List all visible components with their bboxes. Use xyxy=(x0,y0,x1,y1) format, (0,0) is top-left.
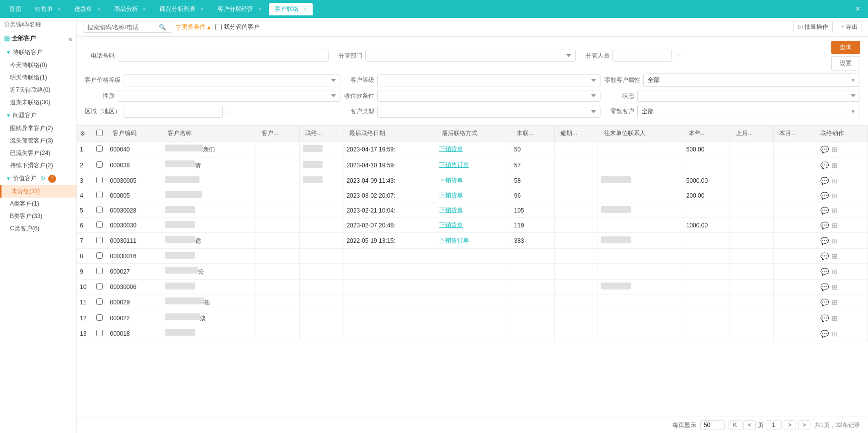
cell-checkbox[interactable] xyxy=(93,310,107,326)
search-icon[interactable]: 🔍 xyxy=(159,24,166,31)
col-this-year[interactable]: :本年... xyxy=(683,126,730,142)
cell-checkbox[interactable] xyxy=(93,173,107,188)
grid-icon[interactable]: ⊞ xyxy=(832,207,838,215)
cell-checkbox[interactable] xyxy=(93,249,107,264)
cell-checkbox[interactable] xyxy=(93,218,107,233)
comment-icon[interactable]: 💬 xyxy=(820,161,829,169)
price-level-select[interactable] xyxy=(124,74,340,86)
comment-icon[interactable]: 💬 xyxy=(820,192,829,200)
nav-customer-layer-close[interactable]: × xyxy=(258,6,261,12)
cell-checkbox[interactable] xyxy=(93,294,107,310)
comment-icon[interactable]: 💬 xyxy=(820,207,829,215)
grid-icon[interactable]: ⊞ xyxy=(832,314,838,322)
sidebar-item-a-class[interactable]: A类客户(1) xyxy=(0,198,76,210)
comment-icon[interactable]: 💬 xyxy=(820,145,829,153)
row-checkbox[interactable] xyxy=(96,145,103,152)
grid-icon[interactable]: ⊞ xyxy=(832,177,838,185)
sidebar-item-c-class[interactable]: C类客户(6) xyxy=(0,222,76,235)
row-checkbox[interactable] xyxy=(96,330,103,336)
comment-icon[interactable]: 💬 xyxy=(820,221,829,229)
grid-icon[interactable]: ⊞ xyxy=(832,161,838,169)
sidebar-item-churned[interactable]: 已流失客户(24) xyxy=(0,147,76,159)
grid-icon[interactable]: ⊞ xyxy=(832,145,838,153)
all-customers-header[interactable]: ⊞ 全部客户 « xyxy=(0,31,76,46)
contact-type-link[interactable]: 下销货单 xyxy=(439,221,463,228)
col-code[interactable]: :客户编码 xyxy=(107,126,162,142)
manager-input[interactable] xyxy=(612,50,672,62)
my-customers-checkbox[interactable] xyxy=(215,24,222,30)
nav-home[interactable]: 首页 xyxy=(4,2,27,15)
col-last-type[interactable]: :最后联络方式 xyxy=(436,126,511,142)
grid-icon[interactable]: ⊞ xyxy=(832,221,838,229)
more-conditions-btn[interactable]: ▽ 更多条件 ▲ xyxy=(176,23,211,31)
pending-header[interactable]: ▼ 待联络客户 xyxy=(0,46,76,59)
phone-input[interactable] xyxy=(118,50,329,62)
nav-purchase[interactable]: 进货单 × xyxy=(68,3,106,15)
col-last-month[interactable]: :上月... xyxy=(730,126,774,142)
area-input[interactable] xyxy=(124,106,223,118)
nav-sales[interactable]: 销售单 × xyxy=(29,3,67,15)
grid-icon[interactable]: ⊞ xyxy=(832,330,838,338)
cell-checkbox[interactable] xyxy=(93,203,107,218)
row-checkbox[interactable] xyxy=(96,237,103,243)
cell-checkbox[interactable] xyxy=(93,233,107,249)
page-number-input[interactable] xyxy=(766,420,782,430)
col-overdue[interactable]: :逾期... xyxy=(554,126,598,142)
contact-type-link[interactable]: 下销售订单 xyxy=(439,161,469,168)
contact-type-link[interactable]: 下销售订单 xyxy=(439,237,469,244)
sidebar-item-b-class[interactable]: B类客户(33) xyxy=(0,210,76,222)
my-customers-checkbox-label[interactable]: 我分管的客户 xyxy=(215,23,260,31)
sidebar-item-7days-pending[interactable]: 近7天待联络(0) xyxy=(0,84,76,96)
row-checkbox[interactable] xyxy=(96,268,103,274)
sidebar-item-overdue-unlinked[interactable]: 逾期未联络(30) xyxy=(0,96,76,109)
nav-customer-contact-close[interactable]: × xyxy=(304,6,307,12)
col-contact[interactable]: :联络... xyxy=(299,126,343,142)
sidebar-item-churn-warning[interactable]: 流失预警客户(3) xyxy=(0,135,76,147)
status-select[interactable] xyxy=(637,90,860,102)
sidebar-item-tomorrow-pending[interactable]: 明天待联络(1) xyxy=(0,72,76,84)
comment-icon[interactable]: 💬 xyxy=(820,314,829,322)
prev-page-btn[interactable]: < xyxy=(743,420,756,430)
col-settings[interactable]: ⚙ xyxy=(77,126,93,142)
grid-icon[interactable]: ⊞ xyxy=(832,192,838,200)
select-all-checkbox[interactable] xyxy=(96,130,103,136)
col-name[interactable]: :客户名称 xyxy=(162,126,256,142)
comment-icon[interactable]: 💬 xyxy=(820,177,829,185)
col-last-date[interactable]: :最后联络日期 xyxy=(343,126,436,142)
payment-select[interactable] xyxy=(377,90,600,102)
manager-dots[interactable]: ··· xyxy=(675,52,684,59)
row-checkbox[interactable] xyxy=(96,221,103,228)
reset-button[interactable]: 设置 xyxy=(831,56,860,71)
retail-attr-select[interactable]: 全部 ▼ xyxy=(643,73,860,87)
nav-purchase-close[interactable]: × xyxy=(97,6,100,12)
col-unlink-days[interactable]: :未联... xyxy=(511,126,554,142)
search-input[interactable] xyxy=(87,24,157,31)
row-checkbox[interactable] xyxy=(96,177,103,183)
sidebar-item-ungrouped[interactable]: 未分组(32) xyxy=(0,185,76,198)
customer-type-select[interactable] xyxy=(377,106,600,118)
contact-type-link[interactable]: 下销货单 xyxy=(439,145,463,152)
nav-customer-contact[interactable]: 客户联络 × xyxy=(269,3,313,15)
customer-level-select[interactable] xyxy=(377,74,600,86)
grid-icon[interactable]: ⊞ xyxy=(832,298,838,306)
top-close-btn[interactable]: × xyxy=(852,4,864,13)
row-checkbox[interactable] xyxy=(96,207,103,213)
nav-product-analysis[interactable]: 商品分析 × xyxy=(108,3,152,15)
grid-icon[interactable]: ⊞ xyxy=(832,283,838,291)
nav-product-analysis-list[interactable]: 商品分析列表 × xyxy=(154,3,209,15)
row-checkbox[interactable] xyxy=(96,283,103,289)
comment-icon[interactable]: 💬 xyxy=(820,268,829,276)
col-partners[interactable]: :往来单位联系人 xyxy=(598,126,683,142)
next-page-btn[interactable]: > xyxy=(784,420,796,430)
page-size-select[interactable]: 50 100 200 xyxy=(700,420,725,430)
grid-icon[interactable]: ⊞ xyxy=(832,252,838,260)
value-header[interactable]: ▼ 价值客户 ↻ ! xyxy=(0,172,76,185)
contact-type-link[interactable]: 下销货单 xyxy=(439,207,463,214)
grid-icon[interactable]: ⊞ xyxy=(832,237,838,245)
sidebar-search-input[interactable] xyxy=(4,21,77,28)
comment-icon[interactable]: 💬 xyxy=(820,283,829,291)
contact-type-link[interactable]: 下销货单 xyxy=(439,177,463,184)
grid-icon[interactable]: ⊞ xyxy=(832,268,838,276)
row-checkbox[interactable] xyxy=(96,192,103,198)
retail-customer-select[interactable]: 全部 ▼ xyxy=(637,105,860,118)
